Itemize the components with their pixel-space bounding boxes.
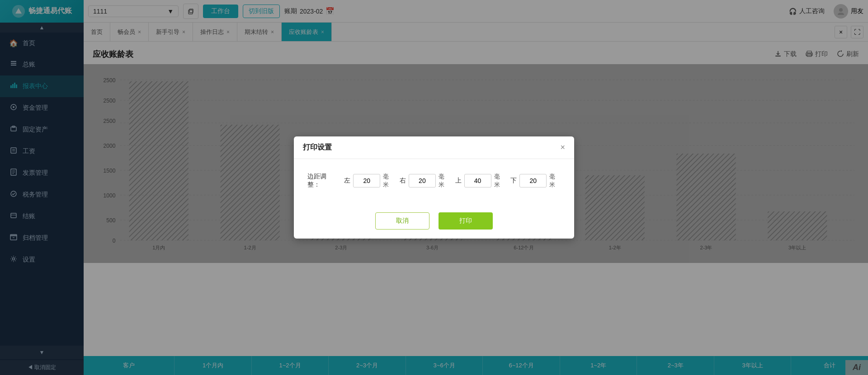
modal-title: 打印设置 bbox=[303, 143, 332, 152]
margin-top-input[interactable] bbox=[464, 174, 491, 188]
modal-body: 边距调整： 左 毫米 右 毫米 上 毫米 下 bbox=[294, 159, 574, 205]
margin-right-group: 右 毫米 bbox=[400, 173, 450, 189]
margin-bottom-group: 下 毫米 bbox=[510, 173, 561, 189]
confirm-print-button[interactable]: 打印 bbox=[439, 212, 493, 230]
modal-overlay: 打印设置 × 边距调整： 左 毫米 右 毫米 上 毫米 bbox=[0, 0, 868, 375]
right-unit-label: 毫米 bbox=[439, 173, 450, 189]
margin-right-input[interactable] bbox=[409, 174, 436, 188]
cancel-button[interactable]: 取消 bbox=[375, 212, 429, 230]
margin-left-input[interactable] bbox=[353, 174, 380, 188]
margin-label: 边距调整： bbox=[307, 173, 339, 189]
margin-row: 边距调整： 左 毫米 右 毫米 上 毫米 下 bbox=[307, 173, 561, 189]
print-settings-modal: 打印设置 × 边距调整： 左 毫米 右 毫米 上 毫米 bbox=[294, 136, 574, 239]
left-unit-label: 毫米 bbox=[383, 173, 394, 189]
modal-close-button[interactable]: × bbox=[560, 143, 565, 152]
margin-left-group: 左 毫米 bbox=[344, 173, 394, 189]
modal-header: 打印设置 × bbox=[294, 136, 574, 159]
top-unit-label: 毫米 bbox=[494, 173, 505, 189]
modal-footer: 取消 打印 bbox=[294, 205, 574, 239]
margin-top-group: 上 毫米 bbox=[455, 173, 505, 189]
right-direction-label: 右 bbox=[400, 177, 406, 185]
left-direction-label: 左 bbox=[344, 177, 350, 185]
top-direction-label: 上 bbox=[455, 177, 462, 185]
bottom-unit-label: 毫米 bbox=[549, 173, 561, 189]
bottom-direction-label: 下 bbox=[510, 177, 517, 185]
margin-bottom-input[interactable] bbox=[519, 174, 547, 188]
